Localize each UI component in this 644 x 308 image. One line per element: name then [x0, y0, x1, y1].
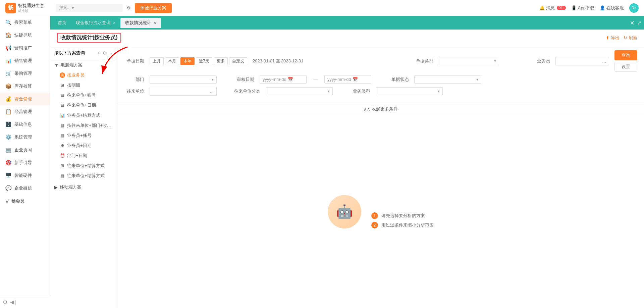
page-header: 收款情况统计(按业务员) ⬆ 导出 ↻ 刷新: [50, 30, 644, 46]
scheme-item-partner-dept[interactable]: ▦ 按往来单位+部门+收...: [50, 120, 117, 131]
sidebar-item-guide[interactable]: 🎯 新手引导: [0, 156, 50, 169]
sidebar-item-finance[interactable]: 💰 资金管理: [0, 93, 50, 105]
sidebar-item-inventory[interactable]: 📦 库存核算: [0, 80, 50, 93]
date-btn-last-month[interactable]: 上月: [150, 57, 164, 65]
collapse-sidebar-icon[interactable]: ◀‖: [10, 299, 17, 305]
sales-icon: 📊: [5, 58, 12, 64]
counterpart-category-select[interactable]: ▾: [266, 87, 333, 95]
tab-close-icon[interactable]: ✕: [113, 21, 116, 25]
sidebar: 🔍 搜索菜单 🏠 快捷导航 📢 营销推广 📊 销售管理 🛒 采购管理 📦 库存核…: [0, 16, 50, 308]
scheme-group-desktop-title[interactable]: ▼ 电脑端方案: [50, 60, 117, 70]
add-scheme-button[interactable]: +: [97, 50, 101, 56]
sidebar-item-sales[interactable]: 📊 销售管理: [0, 54, 50, 67]
bill-type-select[interactable]: ▾: [439, 57, 499, 65]
sidebar-item-marketing[interactable]: 📢 营销推广: [0, 42, 50, 54]
scheme-item-label: 往来单位+账号: [67, 92, 96, 98]
sidebar-item-search[interactable]: 🔍 搜索菜单: [0, 16, 50, 29]
sidebar-item-label: 智能硬件: [14, 172, 32, 178]
review-date-start-input[interactable]: yyyy-mm-dd 📅: [260, 75, 307, 84]
sidebar-item-management[interactable]: 📋 经营管理: [0, 105, 50, 118]
date-btn-this-year[interactable]: 本年: [180, 57, 195, 65]
scheme-item-label: 按明细: [67, 82, 80, 88]
close-window-icon[interactable]: ✕: [630, 20, 634, 26]
chevron-right-icon: ▶: [54, 185, 58, 190]
date-btn-custom[interactable]: 自定义: [229, 57, 247, 65]
tab-bar: 首页 现金银行流水查询 ✕ 收款情况统计 ✕ ✕ ⤢: [50, 16, 644, 30]
dash-separator: —: [312, 77, 319, 82]
trial-button[interactable]: 体验行业方案: [135, 3, 172, 13]
sidebar-item-corp[interactable]: 🏢 企业协同: [0, 144, 50, 156]
calendar2-icon[interactable]: 📅: [353, 77, 358, 82]
logo-icon: 畅: [5, 3, 16, 13]
salesman-select[interactable]: ...: [555, 57, 609, 65]
dept-select[interactable]: ▾: [150, 75, 217, 84]
maximize-window-icon[interactable]: ⤢: [637, 20, 641, 26]
empty-step-2: 2 用过滤条件来缩小分析范围: [371, 222, 434, 228]
empty-step-1: 1 请先选择要分析的方案: [371, 212, 434, 219]
business-type-select[interactable]: ▾: [376, 87, 443, 95]
empty-illustration: 🤖: [328, 195, 361, 228]
sidebar-item-label: 销售管理: [14, 58, 32, 64]
header-search-area[interactable]: 搜索... ▾: [56, 4, 123, 12]
scheme-item-label: 业务员+日期: [67, 143, 92, 149]
app-download-item[interactable]: 📱 App下载: [571, 5, 594, 11]
dropdown-arrow-icon: ▾: [72, 5, 74, 10]
export-icon: ⬆: [606, 35, 609, 40]
counterpart-dots[interactable]: ...: [210, 89, 214, 94]
filter-row-2: 部门 ▾ 审核日期 yyyy-mm-dd 📅 — y: [124, 75, 637, 84]
user-avatar[interactable]: Rit: [629, 3, 639, 13]
sidebar-item-basic[interactable]: 🗄️ 基础信息: [0, 118, 50, 131]
scheme-item-salesman-payment[interactable]: 📊 业务员+结算方式: [50, 110, 117, 120]
inventory-icon: 📦: [5, 83, 12, 89]
scheme-item-partner-account[interactable]: ▦ 往来单位+账号: [50, 90, 117, 100]
date-btn-more[interactable]: 更多: [214, 57, 228, 65]
sidebar-item-vip[interactable]: V 畅会员: [0, 195, 50, 207]
sidebar-item-system[interactable]: ⚙️ 系统管理: [0, 131, 50, 144]
scheme-settings-button[interactable]: ⚙: [102, 50, 108, 56]
scheme-item-dept-date[interactable]: ⏰ 部门+日期: [50, 151, 117, 161]
date-btn-this-month[interactable]: 本月: [165, 57, 179, 65]
date-btn-7days[interactable]: 近7天: [196, 57, 212, 65]
sidebar-item-nav[interactable]: 🏠 快捷导航: [0, 29, 50, 42]
sidebar-item-label: 营销推广: [14, 45, 32, 51]
scheme-item-label: 往来单位+结算方式: [67, 173, 105, 179]
notification-item[interactable]: 🔔 消息 99+: [539, 5, 566, 11]
settings-bottom-icon[interactable]: ⚙: [3, 299, 7, 305]
business-type-label: 业务类型: [350, 88, 370, 94]
scheme-item-partner-payment1[interactable]: ⊞ 往来单位+结算方式: [50, 161, 117, 171]
scheme-item-label: 往来单位+日期: [67, 102, 96, 108]
sidebar-item-hardware[interactable]: 🖥️ 智能硬件: [0, 169, 50, 182]
settings-button[interactable]: 设置: [614, 62, 637, 72]
sidebar-item-purchase[interactable]: 🛒 采购管理: [0, 67, 50, 80]
sidebar-item-label: 采购管理: [14, 70, 32, 76]
management-icon: 📋: [5, 109, 12, 115]
refresh-button[interactable]: ↻ 刷新: [624, 35, 637, 41]
query-button[interactable]: 查询: [614, 50, 637, 60]
scheme-item-detail[interactable]: ⊞ 按明细: [50, 80, 117, 90]
calendar-icon[interactable]: 📅: [288, 77, 293, 82]
step-1-num: 1: [371, 212, 378, 219]
tab-home-label: 首页: [58, 20, 66, 26]
sidebar-item-wechat[interactable]: 💬 企业微信: [0, 182, 50, 195]
collapse-scheme-button[interactable]: «: [109, 50, 113, 56]
scheme-item-salesman[interactable]: 员 按业务员: [50, 70, 117, 80]
scheme-group-mobile-title[interactable]: ▶ 移动端方案: [50, 182, 117, 192]
scheme-item-salesman-account[interactable]: ▦ 业务员+账号: [50, 131, 117, 141]
tab-close-icon[interactable]: ✕: [153, 21, 156, 25]
tab-collection-stat[interactable]: 收款情况统计 ✕: [120, 18, 161, 28]
scheme-group-desktop: ▼ 电脑端方案 员 按业务员 ⊞ 按明细 ▦ 往来单位+账号: [50, 60, 117, 181]
review-date-end-input[interactable]: yyyy-mm-dd 📅: [324, 75, 371, 84]
export-button[interactable]: ⬆ 导出: [606, 35, 620, 41]
online-service-item[interactable]: 👤 在线客服: [600, 5, 624, 11]
bill-status-select[interactable]: ▾: [414, 75, 481, 84]
gear-icon[interactable]: ⚙: [125, 4, 132, 12]
tab-bank-flow[interactable]: 现金银行流水查询 ✕: [71, 18, 120, 28]
tab-home[interactable]: 首页: [53, 18, 71, 28]
scheme-item-salesman-date[interactable]: ⚙ 业务员+日期: [50, 141, 117, 151]
salesman-dots[interactable]: ...: [602, 58, 606, 64]
collapse-bar[interactable]: ∧∧ 收起更多条件: [117, 103, 644, 115]
scheme-item-partner-date[interactable]: ▦ 往来单位+日期: [50, 100, 117, 110]
counterpart-select[interactable]: ...: [150, 87, 217, 96]
scheme-item-partner-payment2[interactable]: ▦ 往来单位+结算方式: [50, 171, 117, 181]
scheme-item-icon-table5: ▦: [60, 173, 65, 178]
